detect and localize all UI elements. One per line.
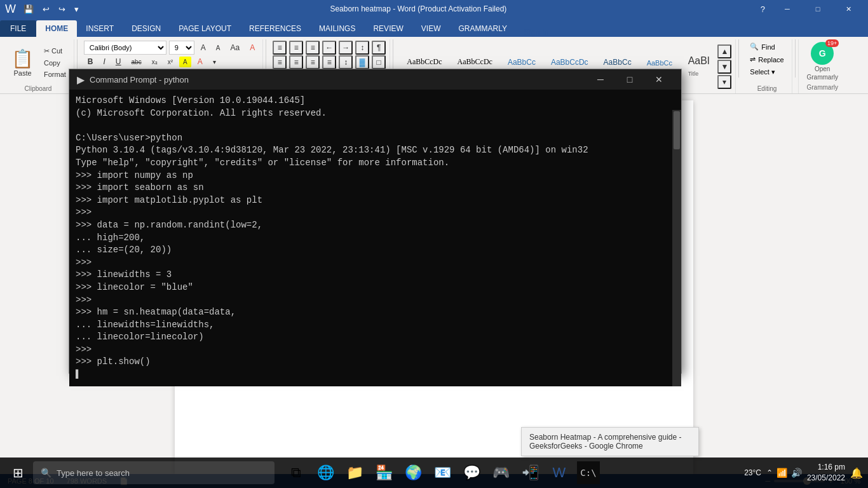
style-title[interactable]: AaBlTitle: [681, 52, 717, 81]
minimize-button[interactable]: ─: [773, 0, 802, 18]
tab-mailings[interactable]: MAILINGS: [310, 20, 364, 37]
taskbar: ⊞ 🔍 Type here to search ⧉ 🌐 📁 🏪 🌍 📧 💬 🎮: [0, 458, 868, 488]
tab-home[interactable]: HOME: [36, 20, 77, 37]
find-button[interactable]: 🔍 Find: [746, 41, 778, 53]
shading-button[interactable]: ▓: [355, 55, 369, 69]
edge-button[interactable]: 🌐: [311, 459, 339, 487]
font-color-button[interactable]: A: [194, 55, 207, 68]
tab-view[interactable]: VIEW: [412, 20, 450, 37]
tab-design[interactable]: DESIGN: [123, 20, 170, 37]
styles-more[interactable]: ▾: [717, 75, 731, 89]
decrease-indent-button[interactable]: ←: [322, 41, 336, 55]
undo-button[interactable]: ↩: [40, 3, 52, 15]
maximize-button[interactable]: □: [803, 0, 832, 18]
cmd-body[interactable]: Microsoft Windows [Version 10.0.19044.16…: [69, 90, 681, 386]
align-center-button[interactable]: ≡: [289, 55, 303, 69]
line-spacing-button[interactable]: ↕: [339, 55, 353, 69]
superscript-button[interactable]: x²: [164, 57, 177, 67]
start-button[interactable]: ⊞: [5, 460, 31, 485]
subscript-button[interactable]: x₂: [148, 57, 161, 67]
separator-5: [795, 39, 796, 78]
cmd-scrollbar[interactable]: [672, 110, 681, 386]
network-icon[interactable]: 📶: [776, 468, 787, 478]
mail-button[interactable]: 📧: [428, 459, 456, 487]
chrome-button[interactable]: 🌍: [399, 459, 427, 487]
word-taskbar-button[interactable]: W: [545, 459, 573, 487]
format-painter-button[interactable]: Format: [40, 69, 70, 79]
styles-scroll-up[interactable]: ▲: [717, 44, 731, 58]
underline-button[interactable]: U: [112, 55, 125, 68]
teams-button[interactable]: 💬: [458, 459, 485, 487]
bold-button[interactable]: B: [84, 55, 97, 68]
notification-button[interactable]: 🔔: [850, 467, 863, 479]
cmd-close-button[interactable]: ✕: [644, 69, 674, 90]
clipboard-group: 📋 Paste ✂ Cut Copy Format Clipboard: [3, 39, 74, 93]
copy-button[interactable]: Copy: [40, 58, 70, 68]
taskbar-search[interactable]: 🔍 Type here to search: [33, 461, 275, 484]
volume-icon[interactable]: 🔊: [791, 468, 802, 478]
command-prompt-window: ▶ Command Prompt - python ─ □ ✕ Microsof…: [69, 69, 682, 374]
ribbon-tabs: FILE HOME INSERT DESIGN PAGE LAYOUT REFE…: [0, 18, 868, 37]
task-view-icon: ⧉: [291, 464, 301, 481]
phone-link-button[interactable]: 📲: [516, 459, 544, 487]
tab-file[interactable]: FILE: [0, 20, 36, 37]
text-highlight-button[interactable]: A: [179, 57, 191, 67]
tab-review[interactable]: REVIEW: [364, 20, 412, 37]
help-button[interactable]: ?: [756, 4, 770, 14]
quick-access-more-button[interactable]: ▾: [72, 3, 81, 15]
strikethrough-button[interactable]: abc: [128, 57, 146, 67]
sign-in-button[interactable]: Sign in: [516, 27, 557, 37]
paste-label: Paste: [13, 69, 31, 77]
cmd-minimize-button[interactable]: ─: [586, 69, 615, 90]
sort-button[interactable]: ↕: [355, 41, 369, 55]
cmd-maximize-button[interactable]: □: [615, 69, 644, 90]
font-grow-button[interactable]: A: [197, 41, 210, 54]
font-shrink-button[interactable]: A: [212, 43, 224, 53]
explorer-button[interactable]: 📁: [341, 459, 369, 487]
select-dropdown-button[interactable]: Select ▾: [746, 66, 779, 78]
cmd-taskbar-button[interactable]: C:\: [574, 459, 602, 487]
show-marks-button[interactable]: ¶: [372, 41, 386, 55]
numbered-list-button[interactable]: ≡: [289, 41, 303, 55]
window-controls: ─ □ ✕: [773, 0, 863, 18]
separator-4: [738, 39, 739, 78]
paste-icon: 📋: [11, 48, 34, 69]
increase-indent-button[interactable]: →: [339, 41, 353, 55]
tab-grammarly[interactable]: GRAMMARLY: [449, 20, 515, 37]
taskbar-right: 23°C ⌃ 📶 🔊 1:16 pm 23/05/2022 🔔: [744, 462, 863, 484]
save-button[interactable]: 💾: [21, 3, 36, 15]
paste-button[interactable]: 📋 Paste: [6, 46, 39, 79]
borders-button[interactable]: □: [372, 55, 386, 69]
font-style-row: B I U abc x₂ x² A A ▾: [84, 55, 220, 68]
chevron-icon[interactable]: ⌃: [766, 468, 773, 477]
clear-formatting-button[interactable]: A: [246, 41, 259, 54]
redo-button[interactable]: ↪: [56, 3, 68, 15]
tab-page-layout[interactable]: PAGE LAYOUT: [170, 20, 240, 37]
multilevel-list-button[interactable]: ≡: [306, 41, 320, 55]
store-button[interactable]: 🏪: [370, 459, 398, 487]
grammarly-section: G 19+ OpenGrammarly Grammarly: [798, 39, 845, 93]
cut-button[interactable]: ✂ Cut: [40, 46, 70, 57]
change-case-button[interactable]: Aa: [227, 41, 244, 54]
font-more-button[interactable]: ▾: [209, 57, 220, 67]
xbox-button[interactable]: 🎮: [487, 459, 515, 487]
replace-button[interactable]: ⇌ Replace: [746, 53, 787, 65]
styles-scroll-down[interactable]: ▼: [717, 60, 731, 74]
grammarly-badge: 19+: [825, 39, 839, 47]
open-grammarly-button[interactable]: G 19+: [811, 42, 834, 65]
quick-access-toolbar: 💾 ↩ ↪ ▾: [21, 3, 81, 15]
align-left-button[interactable]: ≡: [273, 55, 287, 69]
weather-widget: 23°C: [744, 468, 761, 477]
font-size-select[interactable]: 9: [169, 41, 194, 55]
grammarly-label: OpenGrammarly: [806, 65, 837, 81]
taskbar-time[interactable]: 1:16 pm 23/05/2022: [807, 462, 845, 484]
task-view-button[interactable]: ⧉: [282, 459, 310, 487]
tab-references[interactable]: REFERENCES: [240, 20, 310, 37]
bullets-button[interactable]: ≡: [273, 41, 287, 55]
justify-button[interactable]: ≡: [322, 55, 336, 69]
close-button[interactable]: ✕: [834, 0, 863, 18]
font-name-select[interactable]: Calibri (Body): [84, 41, 166, 55]
align-right-button[interactable]: ≡: [306, 55, 320, 69]
italic-button[interactable]: I: [100, 55, 109, 68]
tab-insert[interactable]: INSERT: [77, 20, 123, 37]
